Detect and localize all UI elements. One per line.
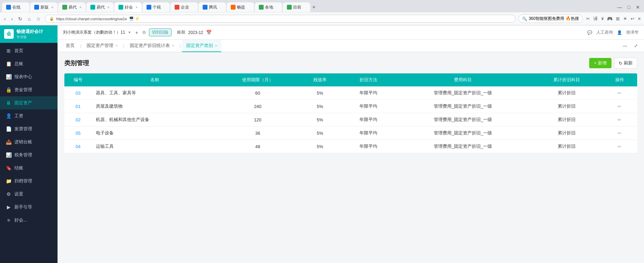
cell-expense-2: 管理费用_固定资产折旧_一级 (395, 113, 531, 127)
user-dropdown-arrow[interactable]: ▼ (128, 31, 131, 34)
sidebar-item-capital[interactable]: 🔒 资金管理 (0, 83, 58, 96)
currency-icon[interactable]: ¥ (601, 15, 604, 22)
close-button[interactable]: ✕ (634, 4, 642, 11)
sidebar-item-settings[interactable]: ⚙ 设置 (0, 188, 58, 201)
tab-close-haohui[interactable]: × (136, 5, 138, 9)
page-tab-category[interactable]: 固定资产类别 × (182, 40, 221, 52)
scissors-icon[interactable]: ✂ (585, 15, 591, 22)
page-title-bar: 类别管理 + 新增 ↻ 刷新 (64, 58, 637, 69)
sidebar-item-report[interactable]: 📊 报表中心 (0, 70, 58, 83)
browser-tab-tencent[interactable]: 腾讯 (199, 2, 226, 12)
browser-tab-yidai2[interactable]: 易代 × (86, 2, 114, 12)
cell-period-2: 120 (217, 113, 298, 127)
cell-action-1[interactable]: ✏ (602, 100, 637, 113)
tab-expand-button[interactable]: ⤢ (632, 43, 640, 49)
browser-tab-enterprise[interactable]: 企业 (171, 2, 198, 12)
edit-icon-1[interactable]: ✏ (618, 104, 621, 109)
sidebar-label-guide: 新手引导 (14, 204, 32, 210)
browser-tab-online[interactable]: 在线 (2, 2, 29, 12)
menu-icon[interactable]: ≡ (637, 15, 641, 22)
address-bar[interactable]: 🔒 https://cloud.chanjet.com/accounting/u… (45, 15, 516, 23)
header-settings-icon[interactable]: ⚙ (142, 30, 146, 35)
header-right: 💬 人工咨询 👤 徐泽华 (587, 29, 639, 35)
cell-period-4: 48 (217, 140, 298, 153)
tab-label-tencent: 腾讯 (209, 4, 217, 10)
edit-icon-4[interactable]: ✏ (618, 144, 621, 149)
translate-icon[interactable]: 译 (593, 15, 598, 23)
cell-accumulated-2: 累计折旧 (531, 113, 602, 127)
table-header-row: 编号 名称 使用期限（月） 残值率 折旧方法 费用科目 累计折旧科目 操作 (64, 73, 637, 86)
brightness-icon[interactable]: ☀ (622, 15, 628, 22)
tab-close-yidai2[interactable]: × (108, 5, 110, 9)
sidebar-item-archive[interactable]: 📁 归档管理 (0, 175, 58, 188)
home-button[interactable]: ⌂ (26, 15, 32, 22)
page-tab-home[interactable]: 首页 (62, 40, 79, 52)
sidebar-item-ledger[interactable]: 📋 总账 (0, 57, 58, 70)
browser-tab-haohui[interactable]: 好会 × (114, 2, 142, 12)
search-box[interactable]: 🔍 360智能抠图免费用 🔥热搜 (518, 14, 583, 23)
sidebar-item-salary[interactable]: 👤 工资 (0, 109, 58, 122)
browser-tab-new[interactable]: 新版 × (30, 2, 58, 12)
undo-icon[interactable]: ↩ (630, 15, 635, 22)
page-tab-depreciation-table-label: 固定资产折旧统计表 (130, 43, 170, 49)
cell-action-0[interactable]: ✏ (602, 86, 637, 100)
tab-close-yidai1[interactable]: × (79, 5, 81, 9)
consult-label[interactable]: 人工咨询 (596, 29, 613, 35)
game-icon[interactable]: 🎮 (606, 15, 613, 22)
tab-close-fixed-management[interactable]: × (115, 44, 117, 48)
page-tabs-bar: 首页 | 固定资产管理 × | 固定资产折旧统计表 × | 固定资产类别 × —… (58, 40, 644, 52)
page-title: 类别管理 (64, 59, 89, 67)
cell-action-3[interactable]: ✏ (602, 127, 637, 140)
browser-tab-gedi[interactable]: 各地 (255, 2, 282, 12)
guide-icon: ▶ (5, 204, 12, 210)
sidebar-label-report: 报表中心 (14, 74, 32, 80)
reload-button[interactable]: ↻ (17, 15, 24, 22)
browser-tab-changtie[interactable]: 畅提 (227, 2, 254, 12)
sidebar-item-inventory[interactable]: 📥 进销台账 (0, 135, 58, 148)
sidebar-item-tax[interactable]: 📊 税务管理 (0, 148, 58, 162)
cell-code-1[interactable]: 01 (64, 100, 92, 113)
minimize-button[interactable]: — (615, 4, 624, 11)
switch-old-version-button[interactable]: 切到旧版 (149, 28, 172, 36)
new-tab-button[interactable]: + (311, 4, 317, 10)
tab-close-new[interactable]: × (51, 5, 53, 9)
edit-icon-3[interactable]: ✏ (618, 131, 621, 136)
browser-tab-yidai1[interactable]: 易代 × (58, 2, 86, 12)
calendar-icon[interactable]: 📅 (206, 30, 212, 35)
bookmark-button[interactable]: ☆ (35, 15, 42, 22)
cell-code-3[interactable]: 05 (64, 127, 92, 140)
back-button[interactable]: ‹ (3, 15, 7, 22)
add-button[interactable]: + 新增 (589, 58, 611, 68)
maximize-button[interactable]: □ (626, 4, 632, 11)
tab-collapse-button[interactable]: — (621, 43, 629, 49)
edit-icon-0[interactable]: ✏ (618, 91, 621, 96)
tab-close-depreciation-table[interactable]: × (172, 44, 174, 48)
browser-tab-muqian[interactable]: 目前 (283, 2, 310, 12)
sidebar-item-invoice[interactable]: 📄 发票管理 (0, 122, 58, 135)
browser-tab-tax[interactable]: 个税 (142, 2, 170, 12)
sidebar-item-fixed[interactable]: 🖥 固定资产 (0, 96, 58, 109)
sidebar-item-guide[interactable]: ▶ 新手引导 (0, 201, 58, 214)
add-account-button[interactable]: + (134, 30, 139, 35)
sidebar-item-checkout[interactable]: 🔖 结账 (0, 162, 58, 175)
cell-action-4[interactable]: ✏ (602, 140, 637, 153)
th-period: 使用期限（月） (217, 73, 298, 86)
cell-code-0[interactable]: 03 (64, 86, 92, 100)
tab-close-category[interactable]: × (215, 44, 217, 48)
search-icon: 🔍 (522, 16, 527, 21)
table-row: 04 运输工具 48 5% 年限平均 管理费用_固定资产折旧_一级 累计折旧 ✏ (64, 140, 637, 153)
grid-icon[interactable]: ⊞ (615, 15, 620, 22)
cell-name-0: 器具、工具、家具等 (92, 86, 217, 100)
page-tab-depreciation-table[interactable]: 固定资产折旧统计表 × (126, 40, 178, 52)
sidebar-item-home[interactable]: ⊞ 首页 (0, 44, 58, 57)
cell-code-4[interactable]: 04 (64, 140, 92, 153)
tab-label-changtie: 畅提 (237, 4, 245, 10)
sidebar-item-more[interactable]: ≡ 好会... (0, 214, 58, 227)
cell-action-2[interactable]: ✏ (602, 113, 637, 127)
cell-code-2[interactable]: 02 (64, 113, 92, 127)
page-tab-fixed-management[interactable]: 固定资产管理 × (83, 40, 122, 52)
forward-button[interactable]: › (10, 15, 14, 22)
edit-icon-2[interactable]: ✏ (618, 117, 621, 122)
refresh-button[interactable]: ↻ 刷新 (614, 58, 637, 69)
browser-tab-bar: 在线 新版 × 易代 × 易代 × 好会 × 个税 企业 (0, 0, 644, 12)
